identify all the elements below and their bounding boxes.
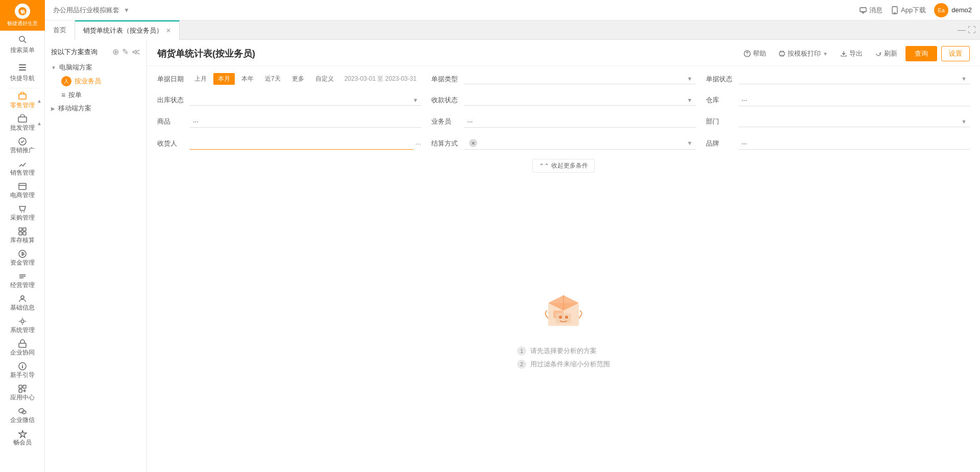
add-scheme-icon[interactable]: ⊕: [112, 47, 119, 57]
tab-minimize-icon[interactable]: —: [958, 26, 966, 35]
svg-rect-8: [18, 117, 27, 122]
sidebar-item-guide[interactable]: 新手引导: [0, 359, 44, 382]
svg-rect-24: [19, 389, 22, 392]
sidebar-item-enterprise-label: 企业协同: [10, 348, 35, 357]
tabs-bar: 首页 销货单统计表（按业务员） ✕ — ⛶: [45, 20, 980, 40]
topbar-user[interactable]: Ea demo2: [934, 3, 972, 17]
svg-point-12: [23, 211, 24, 213]
svg-text:畅: 畅: [20, 9, 24, 14]
export-button[interactable]: 导出: [836, 47, 867, 60]
docstatus-label: 单据状态: [706, 75, 734, 84]
sidebar-item-purchase-label: 采购管理: [10, 214, 35, 222]
svg-point-2: [19, 36, 24, 41]
tab-home[interactable]: 首页: [45, 20, 75, 40]
sidebar-item-marketing[interactable]: 营销推广: [0, 134, 44, 157]
brand-dropdown[interactable]: ···: [739, 137, 970, 150]
svg-rect-15: [19, 232, 22, 235]
goods-dropdown[interactable]: ···: [190, 115, 421, 128]
sidebar-item-ecommerce[interactable]: 电商管理: [0, 179, 44, 202]
sidebar-item-wholesale[interactable]: 批发管理 ▲: [0, 112, 44, 134]
sidebar-item-appstore[interactable]: 应用中心: [0, 382, 44, 404]
tab-close-icon[interactable]: ✕: [166, 27, 171, 34]
collapse-button[interactable]: ⌃⌃ 收起更多条件: [532, 159, 595, 173]
help-label: 帮助: [753, 49, 766, 58]
sidebar-item-operation[interactable]: 经营管理: [0, 269, 44, 292]
sidebar-item-basic[interactable]: 基础信息: [0, 292, 44, 314]
help-button[interactable]: 帮助: [740, 47, 770, 60]
docstatus-dropdown[interactable]: ▼: [739, 74, 970, 84]
salesperson-dropdown[interactable]: ···: [464, 115, 695, 128]
svg-rect-13: [19, 228, 22, 231]
topbar-dropdown-icon[interactable]: ▼: [124, 7, 130, 14]
topbar-app[interactable]: App下载: [891, 6, 926, 15]
page-header: 销货单统计表(按业务员) 帮助 按模板打印 ▼ 导出: [147, 40, 980, 66]
sidebar-item-retail-label: 零售管理: [10, 101, 35, 110]
edit-scheme-icon[interactable]: ✎: [122, 47, 129, 57]
paystatus-dropdown[interactable]: ▼: [464, 95, 695, 106]
date-btn-custom[interactable]: 自定义: [311, 73, 338, 85]
tab-home-label: 首页: [53, 26, 66, 35]
tree-salesperson-label: 按业务员: [75, 77, 101, 86]
sidebar-item-enterprise[interactable]: 企业协同: [0, 337, 44, 359]
tree-group-mobile[interactable]: ▶ 移动端方案: [45, 102, 146, 115]
consignee-input[interactable]: [190, 137, 413, 150]
empty-hints: 1 请先选择要分析的方案 2 用过滤条件来缩小分析范围: [517, 346, 610, 369]
svg-rect-31: [779, 52, 785, 55]
sidebar-item-purchase[interactable]: 采购管理: [0, 202, 44, 224]
sidebar: 畅 畅捷通好生意 搜索菜单 快捷导航 零售管理 ▲ 批发管理 ▲ 营销推广 销售…: [0, 0, 45, 472]
sidebar-item-sales[interactable]: 销售管理: [0, 157, 44, 179]
sidebar-item-finance[interactable]: 资金管理: [0, 247, 44, 269]
topbar-right: 消息 App下载 Ea demo2: [859, 3, 972, 17]
filter-doctype-cell: 单据类型 ▼: [431, 71, 695, 87]
svg-rect-16: [23, 232, 26, 235]
empty-hint-2: 2 用过滤条件来缩小分析范围: [517, 360, 610, 369]
print-dropdown-icon[interactable]: ▼: [823, 51, 828, 57]
sidebar-logo[interactable]: 畅 畅捷通好生意: [0, 0, 45, 31]
date-btn-thisyear[interactable]: 本年: [237, 73, 258, 85]
sidebar-quick-nav[interactable]: 快捷导航: [0, 59, 45, 87]
sidebar-quick-nav-label: 快捷导航: [10, 74, 35, 83]
outstatus-dropdown[interactable]: ▼: [190, 95, 421, 106]
refresh-button[interactable]: 刷新: [871, 47, 901, 60]
consignee-dots[interactable]: ···: [415, 139, 422, 148]
setting-button[interactable]: 设置: [941, 46, 970, 61]
sidebar-item-wechat[interactable]: 企业微信: [0, 404, 44, 427]
svg-rect-14: [23, 228, 26, 231]
sidebar-item-retail[interactable]: 零售管理 ▲: [0, 89, 44, 112]
query-button[interactable]: 查询: [905, 46, 937, 61]
tree-group-desktop[interactable]: ▼ 电脑端方案: [45, 61, 146, 74]
sidebar-search-item[interactable]: 搜索菜单: [0, 31, 45, 59]
logo-icon: 畅: [15, 4, 30, 19]
svg-point-11: [21, 211, 22, 213]
date-btn-more[interactable]: 更多: [287, 73, 309, 85]
main-area: 办公用品行业模拟账套 ▼ 消息 App下载 Ea demo2 首页 销货单统计表…: [45, 0, 980, 472]
date-btn-thismonth[interactable]: 本月: [213, 73, 235, 85]
brand-dots: ···: [742, 139, 747, 147]
warehouse-dropdown[interactable]: ···: [739, 94, 970, 106]
empty-state: 1 请先选择要分析的方案 2 用过滤条件来缩小分析范围: [147, 182, 980, 472]
warehouse-dots: ···: [742, 96, 747, 104]
department-dropdown[interactable]: ▼: [739, 116, 970, 127]
settle-dropdown[interactable]: ✕ ▼: [464, 137, 695, 150]
date-btn-7days[interactable]: 近7天: [260, 73, 285, 85]
date-btn-lastmonth[interactable]: 上月: [190, 73, 211, 85]
filter-brand-cell: 品牌 ···: [706, 135, 970, 152]
collapse-panel-icon[interactable]: ≪: [132, 47, 140, 57]
tab-salesperson-label: 销货单统计表（按业务员）: [83, 26, 163, 35]
print-button[interactable]: 按模板打印 ▼: [774, 47, 832, 60]
tab-maximize-icon[interactable]: ⛶: [968, 26, 976, 35]
sidebar-item-member[interactable]: 畅会员: [0, 427, 44, 449]
sidebar-item-system[interactable]: 系统管理: [0, 314, 44, 337]
doctype-dropdown[interactable]: ▼: [464, 74, 695, 84]
tree-order-label: 按单: [68, 90, 82, 100]
tree-item-salesperson[interactable]: 人 按业务员: [57, 74, 146, 88]
settle-clear-icon[interactable]: ✕: [469, 139, 477, 147]
svg-rect-27: [860, 8, 866, 12]
topbar-msg[interactable]: 消息: [859, 6, 883, 15]
settle-label: 结算方式: [431, 139, 460, 148]
sidebar-item-sales-label: 销售管理: [10, 169, 35, 177]
sidebar-item-inventory[interactable]: 库存核算: [0, 224, 44, 247]
tab-salesperson-report[interactable]: 销货单统计表（按业务员） ✕: [75, 20, 180, 40]
filter-consignee-cell: 收货人 ···: [157, 135, 421, 152]
tree-item-byorder[interactable]: ≡ 按单: [57, 88, 146, 102]
